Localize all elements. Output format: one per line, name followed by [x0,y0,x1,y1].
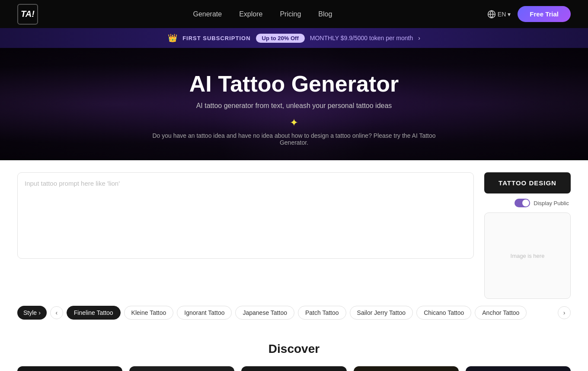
tattoo-design-button[interactable]: TATTOO DESIGN [484,172,571,193]
chevron-down-icon: ∨ [14,351,19,359]
styles-row: Style › ‹ Fineline TattooKleine TattooIg… [0,299,588,328]
hero-description: Do you have an tattoo idea and have no i… [138,132,450,146]
toggle-thumb [522,200,529,206]
promo-arrow-icon: › [418,35,420,41]
discount-badge: Up to 20% Off [256,34,305,43]
display-public-row: Display Public [484,199,571,207]
image-preview: Image is here [484,212,571,299]
hero-subtitle: AI tattoo generator from text, unleash y… [196,102,392,110]
chevron-down-icon: ▾ [508,11,511,18]
style-pill[interactable]: Chicano Tattoo [416,306,471,320]
hero-title: AI Tattoo Generator [189,71,399,97]
promo-detail: MONTHLY $9.9/5000 token per month [310,35,413,41]
nav-generate[interactable]: Generate [193,10,222,18]
style-pill[interactable]: Anchor Tattoo [475,306,527,320]
nav-links: Generate Explore Pricing Blog [193,10,332,18]
style-pill[interactable]: Patch Tattoo [298,306,346,320]
style-dropdown-label: Style [23,309,37,316]
language-button[interactable]: EN ▾ [487,10,511,19]
style-pill[interactable]: Sailor Jerry Tattoo [350,306,413,320]
lang-label: EN [498,11,506,18]
scroll-down-indicator[interactable]: ∨ [9,347,24,362]
discover-card[interactable] [466,366,571,371]
logo[interactable]: TA! [17,4,38,25]
nav-pricing[interactable]: Pricing [280,10,301,18]
discover-card[interactable] [129,366,234,371]
style-pill[interactable]: Kleine Tattoo [124,306,174,320]
styles-next-button[interactable]: › [558,306,571,319]
nav-explore[interactable]: Explore [239,10,262,18]
discover-grid [17,366,571,371]
discover-card[interactable] [241,366,346,371]
prompt-input[interactable] [17,172,474,259]
nav-right: EN ▾ Free Trial [487,6,571,22]
style-pills-container: Fineline TattooKleine TattooIgnorant Tat… [67,306,554,320]
sparkle-icon: ✦ [290,117,298,129]
chevron-right-icon: › [38,309,41,316]
hero-section: AI Tattoo Generator AI tattoo generator … [0,48,588,160]
styles-prev-button[interactable]: ‹ [50,306,63,319]
display-public-toggle[interactable] [514,199,530,207]
discover-title: Discover [17,342,571,356]
promo-label: FIRST SUBSCRIPTION [182,35,250,41]
navbar: TA! Generate Explore Pricing Blog EN ▾ F… [0,0,588,28]
style-pill[interactable]: Fineline Tattoo [67,306,121,320]
nav-blog[interactable]: Blog [318,10,332,18]
globe-icon [487,10,496,19]
display-public-label: Display Public [534,200,569,206]
logo-mark: TA! [17,4,38,25]
discover-section: Discover [0,328,588,371]
style-dropdown[interactable]: Style › [17,306,47,320]
free-trial-button[interactable]: Free Trial [518,6,571,22]
style-pill[interactable]: Japanese Tattoo [235,306,294,320]
style-pill[interactable]: Ignorant Tattoo [177,306,232,320]
generator-section: TATTOO DESIGN Display Public Image is he… [0,160,588,299]
discover-card[interactable] [17,366,122,371]
crown-icon: 👑 [168,33,177,43]
image-placeholder-text: Image is here [511,253,545,259]
promo-banner[interactable]: 👑 FIRST SUBSCRIPTION Up to 20% Off MONTH… [0,28,588,48]
sidebar-panel: TATTOO DESIGN Display Public Image is he… [484,172,571,299]
discover-card[interactable] [354,366,459,371]
